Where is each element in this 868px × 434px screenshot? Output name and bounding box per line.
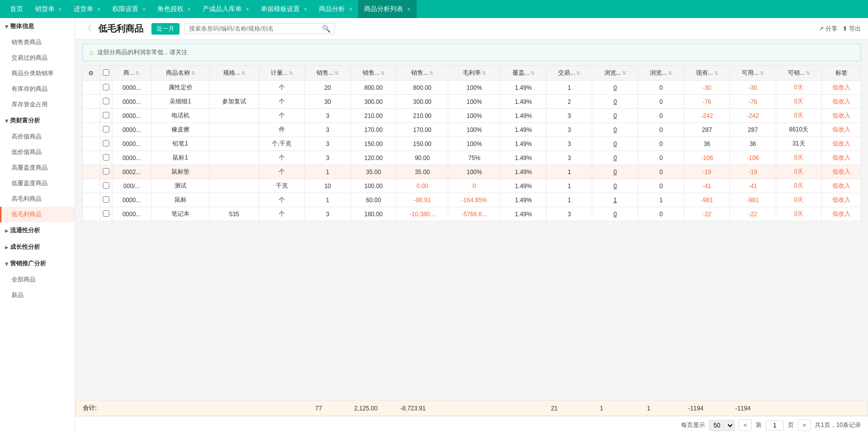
col-sale-qty[interactable]: 销售...⇅ [305, 66, 351, 81]
sidebar-item-all-products[interactable]: 全部商品 [0, 272, 75, 287]
cell-checkbox[interactable] [100, 81, 112, 95]
cell-checkbox[interactable] [100, 165, 112, 179]
row-checkbox[interactable] [103, 126, 109, 132]
row-checkbox[interactable] [103, 112, 109, 118]
row-checkbox[interactable] [103, 168, 109, 175]
cell-name: 鼠标 [151, 193, 210, 207]
row-checkbox[interactable] [103, 98, 109, 104]
cell-view1[interactable]: 0 [592, 207, 638, 221]
sidebar-item-sales-products[interactable]: 销售类商品 [0, 35, 75, 50]
close-analysis-icon[interactable]: × [349, 6, 352, 12]
sidebar-item-in-stock[interactable]: 有库存的商品 [0, 81, 75, 97]
nav-analysis[interactable]: 商品分析 × [313, 0, 358, 18]
col-current[interactable]: 现有...⇅ [684, 66, 730, 81]
search-input[interactable] [189, 25, 322, 32]
sidebar-group-marketing[interactable]: ▾ 营销推广分析 [0, 255, 75, 272]
close-permission-icon[interactable]: × [142, 6, 145, 12]
share-button[interactable]: ↗ 分享 [819, 25, 837, 33]
col-saleable[interactable]: 可销...⇅ [776, 66, 822, 81]
select-all-checkbox[interactable] [103, 69, 109, 76]
nav-product-entry[interactable]: 产成品入库单 × [197, 0, 255, 18]
cell-gross-rate: -164.85% [448, 193, 500, 207]
sidebar-item-low-coverage[interactable]: 低覆盖度商品 [0, 176, 75, 191]
sidebar-item-low-margin[interactable]: 低毛利商品 [0, 207, 75, 222]
cell-checkbox[interactable] [100, 137, 112, 151]
cell-view1[interactable]: 0 [592, 137, 638, 151]
cell-view1[interactable]: 0 [592, 165, 638, 179]
footer-gross [437, 405, 484, 412]
date-filter-button[interactable]: 近一月 [151, 23, 180, 35]
cell-view1[interactable]: 0 [592, 81, 638, 95]
nav-home[interactable]: 首页 [4, 0, 29, 18]
close-analysis-list-icon[interactable]: × [407, 6, 410, 12]
cell-checkbox[interactable] [100, 109, 112, 123]
sidebar-group-growth[interactable]: ▸ 成长性分析 [0, 239, 75, 255]
sidebar-item-stock-fund[interactable]: 库存资金占用 [0, 97, 75, 112]
row-checkbox[interactable] [103, 140, 109, 147]
sidebar-group-liquidity[interactable]: ▸ 流通性分析 [0, 222, 75, 239]
nav-role[interactable]: 角色授权 × [151, 0, 197, 18]
col-trade[interactable]: 交易...⇅ [546, 66, 592, 81]
close-sales-icon[interactable]: × [59, 6, 62, 12]
cell-view1[interactable]: 1 [592, 193, 638, 207]
sidebar-group-wealth[interactable]: ▾ 类财富分析 [0, 112, 75, 129]
col-sale-amt[interactable]: 销售...⇅ [351, 66, 397, 81]
cell-saleable: 0天 [776, 165, 822, 179]
collapse-sidebar-button[interactable]: 《 [82, 22, 93, 35]
sidebar-group-overall[interactable]: ▾ 整体信息 [0, 18, 75, 35]
col-unit[interactable]: 计量...⇅ [259, 66, 305, 81]
cell-checkbox[interactable] [100, 151, 112, 165]
cell-checkbox[interactable] [100, 207, 112, 221]
col-sale-profit[interactable]: 销售...⇅ [397, 66, 448, 81]
sidebar-item-high-margin[interactable]: 高毛利商品 [0, 191, 75, 207]
search-icon[interactable]: 🔍 [322, 25, 330, 33]
table-row: 000/... 测试 千克 10 100.00 0.00 0 1.49% 1 0… [83, 179, 861, 193]
nav-sales[interactable]: 销货单 × [29, 0, 68, 18]
prev-page-button[interactable]: ＜ [739, 419, 752, 431]
per-page-select[interactable]: 50 100 200 [709, 420, 735, 431]
col-view2[interactable]: 浏览...⇅ [638, 66, 684, 81]
close-product-entry-icon[interactable]: × [246, 6, 249, 12]
col-view1[interactable]: 浏览...⇅ [592, 66, 638, 81]
cell-view1[interactable]: 0 [592, 179, 638, 193]
cell-checkbox[interactable] [100, 123, 112, 137]
footer-sale-amt: 2,125.00 [342, 405, 390, 412]
close-purchase-icon[interactable]: × [97, 6, 100, 12]
sidebar-item-low-value[interactable]: 低价值商品 [0, 144, 75, 160]
nav-permission[interactable]: 权限设置 × [106, 0, 151, 18]
export-button[interactable]: ⬆ 导出 [842, 25, 861, 33]
cell-checkbox[interactable] [100, 193, 112, 207]
col-name[interactable]: 商品名称⇅ [151, 66, 210, 81]
close-role-icon[interactable]: × [188, 6, 191, 12]
close-template-icon[interactable]: × [304, 6, 307, 12]
row-checkbox[interactable] [103, 84, 109, 90]
cell-view1[interactable]: 0 [592, 95, 638, 109]
row-checkbox[interactable] [103, 182, 109, 189]
col-coverage[interactable]: 覆盖...⇅ [500, 66, 547, 81]
col-tag[interactable]: 标签 [822, 66, 861, 81]
col-checkbox-header[interactable] [100, 66, 112, 81]
sidebar-item-high-value[interactable]: 高价值商品 [0, 129, 75, 144]
col-gross-rate[interactable]: 毛利率⇅ [448, 66, 500, 81]
cell-checkbox[interactable] [100, 95, 112, 109]
cell-view1[interactable]: 0 [592, 109, 638, 123]
nav-template[interactable]: 单据模板设置 × [255, 0, 313, 18]
col-settings[interactable]: ⚙ [83, 66, 100, 81]
cell-view1[interactable]: 0 [592, 151, 638, 165]
page-input[interactable] [766, 420, 784, 430]
cell-checkbox[interactable] [100, 179, 112, 193]
nav-purchase[interactable]: 进货单 × [68, 0, 106, 18]
row-checkbox[interactable] [103, 154, 109, 161]
cell-view1[interactable]: 0 [592, 123, 638, 137]
next-page-button[interactable]: ＞ [798, 419, 811, 431]
sidebar-item-high-coverage[interactable]: 高覆盖度商品 [0, 160, 75, 176]
nav-analysis-list[interactable]: 商品分析列表 × [358, 0, 416, 18]
col-code[interactable]: 商...⇅ [112, 66, 151, 81]
sidebar-item-new-products[interactable]: 新品 [0, 287, 75, 303]
sidebar-item-traded[interactable]: 交易过的商品 [0, 50, 75, 66]
col-spec[interactable]: 规格...⇅ [210, 66, 259, 81]
row-checkbox[interactable] [103, 196, 109, 203]
col-available[interactable]: 可用...⇅ [730, 66, 776, 81]
sidebar-item-category-rate[interactable]: 商品分类助销率 [0, 66, 75, 81]
row-checkbox[interactable] [103, 210, 109, 217]
